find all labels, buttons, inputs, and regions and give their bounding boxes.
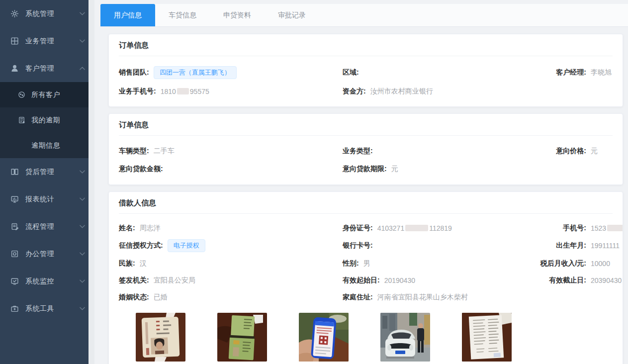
photo-person-with-car: 人车合影 (380, 313, 430, 364)
field-funder: 资金方: 汝州市农村商业银行 (343, 87, 537, 96)
field-ethnicity: 民族: 汉 (119, 259, 343, 268)
chevron-down-icon (80, 307, 85, 310)
field-home-address: 家庭住址: 河南省宜阳县花果山乡木柴村 (343, 293, 537, 302)
field-bank-card: 银行卡号: (343, 241, 537, 250)
field-gender: 性别: 男 (343, 259, 537, 268)
monitor-check-icon (10, 277, 19, 285)
chevron-down-icon (80, 279, 85, 283)
sidebar-item-label: 流程管理 (25, 222, 80, 231)
chevron-down-icon (80, 197, 85, 201)
sidebar-item-office-management[interactable]: 办公管理 (0, 240, 92, 268)
customer-management-submenu: 所有客户 我的逾期 逾期信息 (0, 82, 92, 158)
document-photo-row: 本人照 (136, 313, 613, 364)
sidebar-item-label: 系统工具 (25, 304, 80, 313)
sidebar-item-customer-management[interactable]: 客户管理 (0, 55, 92, 82)
sales-team-tag[interactable]: 四团一营（直属王鹏飞） (154, 66, 237, 79)
chevron-down-icon (80, 170, 85, 174)
id-card-photo-thumbnail[interactable] (136, 313, 185, 362)
license-booklet-photo-thumbnail[interactable] (217, 313, 267, 362)
redaction-patch (405, 225, 428, 231)
chevron-down-icon (80, 252, 85, 256)
archive-icon (10, 250, 19, 258)
field-mobile: 手机号: 15236137 (537, 224, 623, 233)
sidebar-item-process-management[interactable]: 流程管理 (0, 213, 92, 240)
chevron-down-icon (80, 39, 85, 43)
redaction-patch (607, 225, 623, 231)
card-title: 订单信息 (119, 114, 613, 130)
field-valid-to: 有效截止日: 20390430 (537, 276, 622, 285)
sidebar-item-system-monitor[interactable]: 系统监控 (0, 268, 92, 295)
divider (119, 135, 613, 136)
sidebar-item-report-statistics[interactable]: 报表统计 (0, 185, 92, 213)
main-content: 用户信息 车贷信息 申贷资料 审批记录 订单信息 销售团队: 四团一营（直属王鹏… (94, 0, 628, 364)
photo-handwritten-document: 其他材料 (462, 313, 512, 364)
field-intent-loan-amount: 意向贷款金额: (119, 165, 343, 174)
sidebar-item-all-customers[interactable]: 所有客户 (0, 82, 92, 107)
person-car-photo-thumbnail[interactable] (380, 313, 430, 362)
field-vehicle-type: 车辆类型: 二手车 (119, 147, 343, 156)
photo-credit-auth-screen: 征信截图 (299, 313, 349, 364)
redaction-patch (177, 88, 189, 94)
users-icon (18, 91, 25, 99)
sidebar-item-label: 贷后管理 (25, 168, 80, 177)
field-intent-loan-term: 意向贷款期限: 元 (343, 165, 537, 174)
toolbox-icon (10, 304, 19, 313)
field-marital-status: 婚姻状态: 已婚 (119, 293, 343, 302)
sidebar-item-system-management[interactable]: 系统管理 (0, 0, 92, 27)
sidebar-item-label: 办公管理 (25, 250, 80, 259)
chevron-down-icon (80, 225, 85, 228)
detail-tabbar: 用户信息 车贷信息 申贷资料 审批记录 (100, 4, 628, 27)
order-info-card-1: 订单信息 销售团队: 四团一营（直属王鹏飞） 区域: 客户经理: 李晓旭 业务手… (108, 34, 623, 107)
sidebar-item-label: 逾期信息 (31, 141, 85, 150)
card-title: 订单信息 (119, 34, 613, 50)
field-monthly-income: 税后月收入/元: 10000 (537, 259, 613, 268)
tab-car-loan-info[interactable]: 车贷信息 (155, 4, 210, 26)
photo-license-booklet: 驾驶证照片 (217, 313, 267, 364)
field-issuing-authority: 签发机关: 宜阳县公安局 (119, 276, 343, 285)
field-business-phone: 业务手机号: 181095575 (119, 87, 343, 96)
sidebar-item-system-tools[interactable]: 系统工具 (0, 295, 92, 322)
field-id-number: 身份证号: 4103271112819 (343, 224, 537, 233)
monitor-icon (10, 195, 19, 203)
chevron-down-icon (80, 12, 85, 15)
sidebar-item-label: 报表统计 (25, 195, 80, 204)
card-title: 借款人信息 (119, 192, 613, 208)
notebook-icon (18, 116, 25, 124)
sidebar-item-business-management[interactable]: 业务管理 (0, 27, 92, 55)
borrower-info-card: 借款人信息 姓名: 周志洋 身份证号: 4103271112819 手机号: 1… (108, 191, 623, 364)
user-icon (10, 64, 19, 73)
sidebar-item-label: 业务管理 (25, 37, 80, 46)
page-scrollbar[interactable] (89, 0, 94, 364)
tab-user-info[interactable]: 用户信息 (100, 4, 155, 26)
sidebar-item-label: 客户管理 (25, 64, 80, 73)
divider (119, 56, 613, 56)
field-birth-date: 出生年月: 19911111 (537, 241, 620, 250)
field-region: 区域: (343, 68, 537, 77)
book-icon (10, 168, 19, 176)
credit-auth-tag[interactable]: 电子授权 (168, 239, 205, 252)
sidebar-item-overdue-info[interactable]: 逾期信息 (0, 133, 92, 158)
grid-icon (10, 37, 19, 45)
sidebar-item-label: 系统管理 (25, 9, 80, 18)
gear-icon (10, 9, 19, 18)
sidebar-item-label: 我的逾期 (31, 116, 85, 125)
field-name: 姓名: 周志洋 (119, 224, 343, 233)
field-sales-team: 销售团队: 四团一营（直属王鹏飞） (119, 66, 343, 79)
field-business-type: 业务类型: (343, 147, 537, 156)
field-valid-from: 有效起始日: 20190430 (343, 276, 537, 285)
credit-auth-photo-thumbnail[interactable] (299, 313, 349, 362)
clipboard-edit-icon (10, 222, 19, 231)
sidebar-item-my-overdue[interactable]: 我的逾期 (0, 107, 92, 133)
document-photo-thumbnail[interactable] (462, 313, 512, 362)
tab-approval-records[interactable]: 审批记录 (265, 4, 319, 26)
photo-id-card: 本人照 (136, 313, 185, 364)
sidebar-item-postloan-management[interactable]: 贷后管理 (0, 158, 92, 185)
field-account-manager: 客户经理: 李晓旭 (537, 68, 613, 77)
sidebar: 系统管理 业务管理 客户管理 所有客户 我的逾期 逾期信息 (0, 0, 92, 364)
field-intent-price: 意向价格: 元 (537, 147, 613, 156)
order-info-card-2: 订单信息 车辆类型: 二手车 业务类型: 意向价格: 元 意向贷款金额: 意向贷… (108, 113, 623, 185)
tab-loan-application-docs[interactable]: 申贷资料 (210, 4, 265, 26)
chevron-up-icon (80, 67, 85, 70)
field-credit-auth: 征信授权方式: 电子授权 (119, 239, 343, 252)
divider (119, 213, 613, 214)
